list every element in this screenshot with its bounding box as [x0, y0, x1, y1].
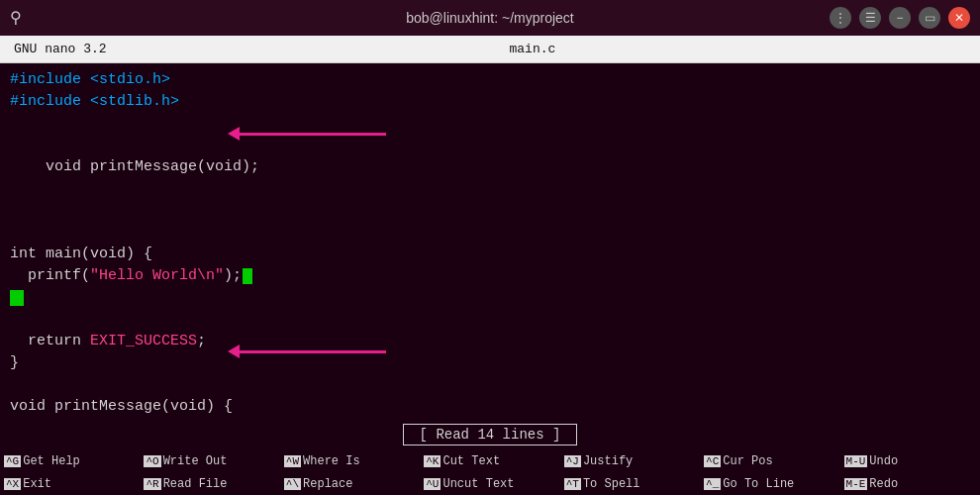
- nano-version: GNU nano 3.2: [14, 42, 107, 56]
- sc-replace[interactable]: ^\ Replace: [280, 472, 420, 495]
- sc-key-undo: M-U: [844, 455, 868, 467]
- code-line-12: [10, 374, 970, 396]
- sc-to-spell[interactable]: ^T To Spell: [560, 472, 700, 495]
- sc-key-read-file: ^R: [144, 478, 160, 490]
- code-line-6: int main(void) {: [10, 244, 970, 265]
- sc-key-exit: ^X: [4, 478, 21, 490]
- sc-uncut-text[interactable]: ^U Uncut Text: [420, 472, 559, 495]
- code-line-9: [10, 309, 970, 331]
- editor[interactable]: #include <stdio.h> #include <stdlib.h> v…: [0, 63, 980, 420]
- status-message: [ Read 14 lines ]: [403, 424, 578, 446]
- shortcut-bar-row1: ^G Get Help ^O Write Out ^W Where Is ^K …: [0, 449, 980, 472]
- sc-label-write-out: Write Out: [163, 454, 228, 468]
- sc-read-file[interactable]: ^R Read File: [140, 472, 279, 495]
- maximize-button[interactable]: ▭: [919, 7, 940, 29]
- close-button[interactable]: ✕: [948, 7, 970, 29]
- infobar: GNU nano 3.2 main.c: [0, 36, 980, 63]
- sc-key-get-help: ^G: [4, 455, 21, 467]
- grid-button[interactable]: ⋮: [830, 7, 851, 29]
- minimize-button[interactable]: −: [889, 7, 911, 29]
- sc-undo[interactable]: M-U Undo: [840, 449, 980, 472]
- code-line-7: printf("Hello World\n");: [10, 265, 970, 287]
- sc-key-cut-text: ^K: [424, 455, 441, 467]
- sc-key-to-spell: ^T: [564, 478, 581, 490]
- shortcut-bar-row2: ^X Exit ^R Read File ^\ Replace ^U Uncut…: [0, 472, 980, 495]
- sc-label-uncut-text: Uncut Text: [442, 477, 514, 491]
- sc-label-redo: Redo: [869, 477, 898, 491]
- filename: main.c: [510, 42, 556, 56]
- sc-key-uncut-text: ^U: [424, 478, 441, 490]
- search-icon[interactable]: ⚲: [10, 8, 22, 28]
- sc-label-cur-pos: Cur Pos: [723, 454, 772, 468]
- sc-key-write-out: ^O: [144, 455, 160, 467]
- code-line-11: }: [10, 352, 970, 374]
- sc-redo[interactable]: M-E Redo: [840, 472, 980, 495]
- code-line-10: return EXIT_SUCCESS;: [10, 331, 970, 352]
- sc-label-undo: Undo: [869, 454, 898, 468]
- sc-cut-text[interactable]: ^K Cut Text: [420, 449, 559, 472]
- sc-go-to-line[interactable]: ^_ Go To Line: [700, 472, 839, 495]
- sc-label-replace: Replace: [303, 477, 352, 491]
- statusbar: [ Read 14 lines ]: [0, 420, 980, 449]
- infobar-right: [958, 42, 966, 56]
- code-line-2: #include <stdlib.h>: [10, 91, 970, 113]
- sc-label-to-spell: To Spell: [583, 477, 640, 491]
- sc-key-redo: M-E: [844, 478, 868, 490]
- sc-cur-pos[interactable]: ^C Cur Pos: [700, 449, 839, 472]
- sc-write-out[interactable]: ^O Write Out: [140, 449, 279, 472]
- window-title: bob@linuxhint: ~/myproject: [406, 10, 573, 26]
- titlebar: ⚲ bob@linuxhint: ~/myproject ⋮ ☰ − ▭ ✕: [0, 0, 980, 36]
- sc-label-cut-text: Cut Text: [442, 454, 500, 468]
- code-line-3: [10, 113, 970, 135]
- code-line-4: void printMessage(void);: [10, 135, 970, 222]
- sc-get-help[interactable]: ^G Get Help: [0, 449, 140, 472]
- sc-key-replace: ^\: [284, 478, 301, 490]
- code-line-1: #include <stdio.h>: [10, 69, 970, 91]
- sc-where-is[interactable]: ^W Where Is: [280, 449, 420, 472]
- code-line-14: printf("* Hello World\n");: [10, 418, 970, 420]
- sc-label-exit: Exit: [23, 477, 51, 491]
- sc-label-get-help: Get Help: [23, 454, 80, 468]
- sc-key-go-to-line: ^_: [704, 478, 721, 490]
- sc-key-cur-pos: ^C: [704, 455, 721, 467]
- sc-label-justify: Justify: [583, 454, 633, 468]
- code-line-5: [10, 222, 970, 244]
- code-line-8: [10, 287, 970, 309]
- cursor: [243, 268, 252, 284]
- code-line-13: void printMessage(void) {: [10, 396, 970, 418]
- sc-justify[interactable]: ^J Justify: [560, 449, 700, 472]
- sc-label-go-to-line: Go To Line: [723, 477, 794, 491]
- window-controls: ⋮ ☰ − ▭ ✕: [830, 7, 970, 29]
- sc-exit[interactable]: ^X Exit: [0, 472, 140, 495]
- menu-button[interactable]: ☰: [859, 7, 881, 29]
- sc-label-read-file: Read File: [163, 477, 228, 491]
- sc-key-where-is: ^W: [284, 455, 301, 467]
- sc-key-justify: ^J: [564, 455, 581, 467]
- sc-label-where-is: Where Is: [303, 454, 360, 468]
